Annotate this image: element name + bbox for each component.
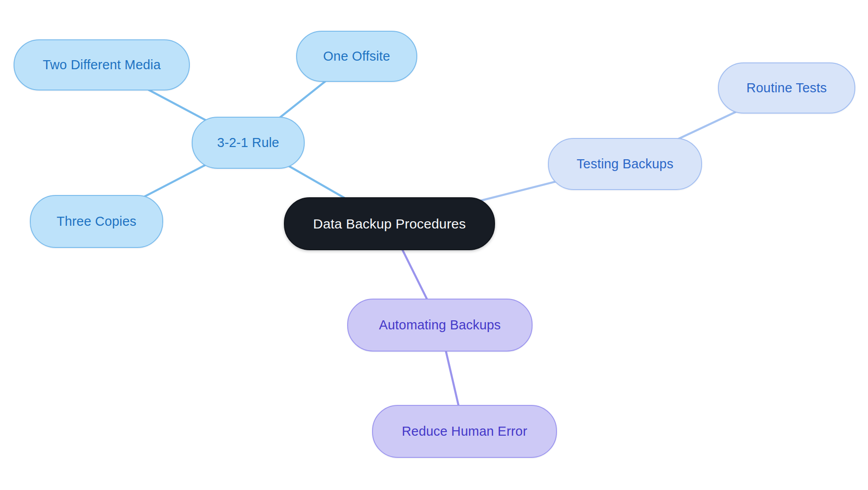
node-label-one-offsite: One Offsite bbox=[323, 49, 390, 64]
mindmap-node-testing-backups[interactable]: Testing Backups bbox=[548, 138, 702, 190]
node-label-automating-backups: Automating Backups bbox=[379, 318, 501, 333]
mindmap-node-automating-backups[interactable]: Automating Backups bbox=[347, 299, 533, 352]
node-label-reduce-human-error: Reduce Human Error bbox=[402, 424, 528, 439]
mindmap-canvas: Data Backup Procedures3-2-1 RuleTwo Diff… bbox=[0, 0, 868, 490]
mindmap-node-three-copies[interactable]: Three Copies bbox=[30, 195, 163, 248]
node-label-rule-321: 3-2-1 Rule bbox=[217, 135, 279, 150]
node-label-testing-backups: Testing Backups bbox=[576, 157, 673, 171]
mindmap-node-routine-tests[interactable]: Routine Tests bbox=[718, 62, 855, 114]
node-label-three-copies: Three Copies bbox=[57, 214, 137, 229]
node-label-central: Data Backup Procedures bbox=[313, 216, 466, 232]
node-label-routine-tests: Routine Tests bbox=[746, 81, 827, 95]
mindmap-node-reduce-human-error[interactable]: Reduce Human Error bbox=[372, 405, 557, 458]
mindmap-node-two-different-media[interactable]: Two Different Media bbox=[14, 39, 190, 90]
mindmap-node-central[interactable]: Data Backup Procedures bbox=[284, 197, 495, 250]
node-label-two-different-media: Two Different Media bbox=[42, 57, 160, 72]
mindmap-node-rule-321[interactable]: 3-2-1 Rule bbox=[192, 117, 305, 169]
mindmap-node-one-offsite[interactable]: One Offsite bbox=[296, 31, 417, 82]
